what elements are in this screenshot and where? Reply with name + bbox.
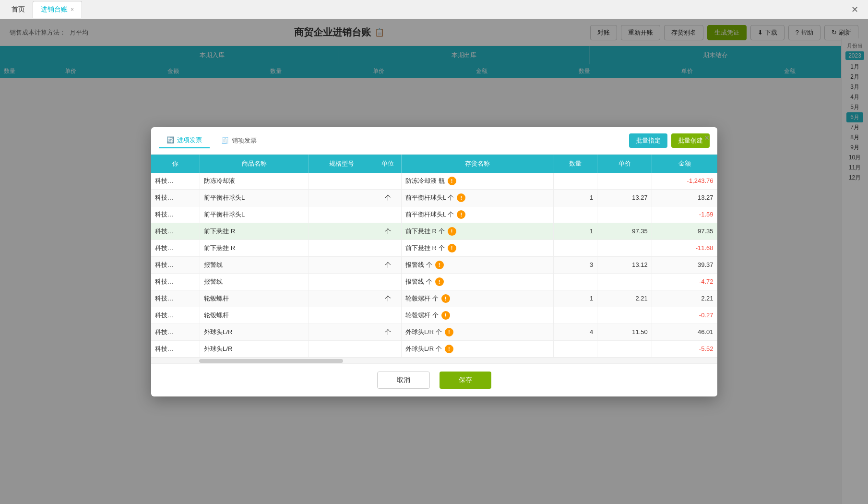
warning-icon: ! (435, 277, 444, 286)
table-cell (597, 206, 652, 223)
table-cell (554, 273, 597, 290)
warning-icon: ! (457, 210, 465, 219)
inventory-name-cell: 轮毂螺杆 个! (402, 307, 554, 324)
table-cell (374, 273, 402, 290)
th-unit-price: 单价 (597, 155, 652, 173)
modal-header: 🔄 进项发票 🧾 销项发票 批量指定 批量创建 × (151, 127, 717, 155)
table-row: 科技…防冻冷却液防冻冷却液 瓶!-1,243.76 (151, 173, 717, 190)
tab-sales-invoice[interactable]: 🧾 销项发票 (214, 133, 264, 148)
table-cell: 13.12 (597, 256, 652, 273)
table-cell (309, 256, 374, 273)
table-cell (309, 324, 374, 340)
table-cell: 个 (374, 324, 402, 340)
table-cell (597, 173, 652, 190)
tab-bar: 首页 进销台账 × ✕ (0, 0, 868, 19)
table-cell (597, 307, 652, 324)
table-cell: -1.59 (652, 206, 717, 223)
table-cell: 个 (374, 189, 402, 206)
table-cell: 科技… (151, 256, 200, 273)
table-cell: 1 (554, 189, 597, 206)
inventory-name-cell: 外球头L/R 个! (402, 341, 554, 357)
table-row: 科技…外球头L/R个外球头L/R 个!411.5046.01 (151, 324, 717, 340)
table-row: 科技…报警线个报警线 个!313.1239.37 (151, 256, 717, 273)
table-cell: 科技… (151, 206, 200, 223)
table-row: 科技…外球头L/R外球头L/R 个!-5.52 (151, 340, 717, 357)
table-cell: 科技… (151, 290, 200, 307)
batch-assign-button[interactable]: 批量指定 (629, 133, 667, 148)
scrollbar-thumb[interactable] (199, 359, 343, 363)
table-row: 科技…轮毂螺杆个轮毂螺杆 个!12.212.21 (151, 290, 717, 307)
inventory-name-cell: 前下悬挂 R 个! (402, 240, 554, 256)
table-cell: 46.01 (652, 324, 717, 340)
table-cell (309, 340, 374, 357)
table-cell: 个 (374, 256, 402, 273)
th-unit: 单位 (374, 155, 402, 173)
th-spec: 规格型号 (309, 155, 374, 173)
inventory-name-cell: 前平衡杆球头L 个! (402, 206, 554, 223)
table-cell (597, 340, 652, 357)
table-cell (309, 173, 374, 190)
scrollbar-track[interactable] (151, 358, 717, 363)
table-cell: 前平衡杆球头L (200, 206, 309, 223)
table-cell: 2.21 (597, 290, 652, 307)
warning-icon: ! (441, 294, 450, 303)
inventory-name-cell: 防冻冷却液 瓶! (402, 173, 554, 189)
table-cell (374, 173, 402, 190)
warning-icon: ! (445, 328, 453, 336)
modal-close-icon[interactable]: × (704, 133, 710, 143)
table-cell: 前下悬挂 R (200, 223, 309, 240)
sales-icon: 🧾 (221, 137, 229, 144)
table-cell (374, 206, 402, 223)
table-cell: 前下悬挂 R (200, 240, 309, 256)
inventory-name-cell: 报警线 个! (402, 274, 554, 290)
window-close-icon[interactable]: ✕ (845, 4, 864, 15)
table-cell: 科技… (151, 273, 200, 290)
cancel-button[interactable]: 取消 (377, 372, 430, 389)
table-cell: -0.27 (652, 307, 717, 324)
table-cell: 报警线 (200, 273, 309, 290)
tab-close-icon[interactable]: × (71, 6, 74, 13)
table-cell (309, 189, 374, 206)
table-cell (309, 206, 374, 223)
batch-create-button[interactable]: 批量创建 (671, 133, 710, 148)
purchase-icon: 🔄 (166, 136, 174, 144)
th-inventory-name: 存货名称 (401, 155, 554, 173)
main-page: 销售成本计算方法： 月平均 商贸企业进销台账 📋 对账 重新开账 存货别名 生成… (0, 19, 868, 504)
modal: 🔄 进项发票 🧾 销项发票 批量指定 批量创建 × (151, 127, 717, 396)
table-cell (309, 240, 374, 256)
tab-active[interactable]: 进销台账 × (33, 1, 82, 18)
table-cell: 科技… (151, 340, 200, 357)
table-cell: -4.72 (652, 273, 717, 290)
modal-overlay: 🔄 进项发票 🧾 销项发票 批量指定 批量创建 × (0, 19, 868, 504)
warning-icon: ! (445, 345, 453, 353)
table-cell: 科技… (151, 240, 200, 256)
table-cell: 11.50 (597, 324, 652, 340)
inventory-name-cell: 前平衡杆球头L 个! (402, 190, 554, 206)
table-cell (597, 273, 652, 290)
tab-home[interactable]: 首页 (4, 1, 33, 18)
table-cell (309, 223, 374, 240)
tab-purchase-invoice[interactable]: 🔄 进项发票 (159, 133, 210, 148)
inventory-name-cell: 外球头L/R 个! (402, 324, 554, 340)
inventory-name-cell: 报警线 个! (402, 257, 554, 273)
table-row: 科技…前下悬挂 R个前下悬挂 R 个!197.3597.35 (151, 223, 717, 240)
th-product-name: 商品名称 (200, 155, 309, 173)
table-cell: -1,243.76 (652, 173, 717, 190)
table-row: 科技…前下悬挂 R前下悬挂 R 个!-11.68 (151, 240, 717, 256)
save-button[interactable]: 保存 (440, 372, 491, 389)
table-cell: 4 (554, 324, 597, 340)
warning-icon: ! (448, 227, 456, 236)
table-cell: 轮毂螺杆 (200, 307, 309, 324)
table-cell: 外球头L/R (200, 340, 309, 357)
table-cell: 3 (554, 256, 597, 273)
warning-icon: ! (448, 244, 456, 252)
table-cell: 科技… (151, 189, 200, 206)
table-cell: 个 (374, 290, 402, 307)
table-row: 科技…轮毂螺杆轮毂螺杆 个!-0.27 (151, 307, 717, 324)
table-cell: 97.35 (597, 223, 652, 240)
table-cell (597, 240, 652, 256)
warning-icon: ! (457, 193, 465, 202)
table-cell: 39.37 (652, 256, 717, 273)
th-supplier: 你 (151, 155, 200, 173)
table-cell: 13.27 (597, 189, 652, 206)
